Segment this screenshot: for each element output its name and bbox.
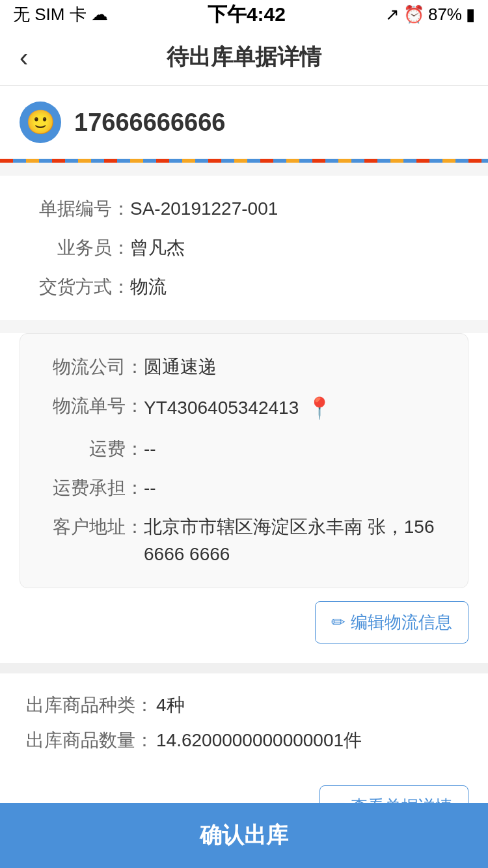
freight-label: 运费： bbox=[40, 435, 144, 463]
edit-btn-wrapper: ✏ 编辑物流信息 bbox=[0, 588, 488, 663]
nav-bar: ‹ 待出库单据详情 bbox=[0, 29, 488, 86]
address-value: 北京市市辖区海淀区永丰南 张，156 6666 6666 bbox=[144, 513, 448, 568]
avatar: 🙂 bbox=[20, 102, 61, 143]
edit-icon: ✏ bbox=[331, 612, 346, 632]
delivery-method-label: 交货方式： bbox=[26, 273, 130, 301]
doc-number-row: 单据编号： SA-20191227-001 bbox=[26, 195, 462, 223]
battery-level: 87% bbox=[428, 5, 462, 25]
salesperson-row: 业务员： 曾凡杰 bbox=[26, 234, 462, 262]
logistics-tracking-row: 物流单号： YT43064053424​13 📍 bbox=[40, 392, 448, 424]
goods-section: 出库商品种类： 4种 出库商品数量： 14.62000000000000​01件 bbox=[0, 673, 488, 772]
logistics-tracking-label: 物流单号： bbox=[40, 392, 144, 420]
location-pin-icon[interactable]: 📍 bbox=[306, 392, 332, 424]
doc-number-label: 单据编号： bbox=[26, 195, 130, 223]
doc-number-value: SA-20191227-001 bbox=[130, 195, 462, 223]
confirm-outbound-button[interactable]: 确认出库 bbox=[0, 803, 488, 868]
salesperson-label: 业务员： bbox=[26, 234, 130, 262]
alarm-icon: ⏰ bbox=[403, 5, 424, 25]
freight-row: 运费： -- bbox=[40, 435, 448, 463]
section-divider bbox=[0, 663, 488, 673]
goods-quantity-row: 出库商品数量： 14.62000000000000​01件 bbox=[26, 728, 462, 753]
status-bar-right: ↗ ⏰ 87% ▮ bbox=[385, 5, 475, 25]
avatar-icon: 🙂 bbox=[26, 109, 55, 136]
logistics-company-row: 物流公司： 圆通速递 bbox=[40, 353, 448, 381]
goods-quantity-value: 14.62000000000000​01件 bbox=[156, 728, 362, 753]
battery-icon: ▮ bbox=[466, 5, 475, 25]
freight-bearer-row: 运费承担： -- bbox=[40, 474, 448, 502]
goods-quantity-label: 出库商品数量： bbox=[26, 728, 156, 753]
logistics-tracking-value: YT43064053424​13 📍 bbox=[144, 392, 448, 424]
location-icon: ↗ bbox=[385, 5, 400, 25]
freight-value: -- bbox=[144, 435, 448, 463]
dashed-divider bbox=[0, 159, 488, 163]
logistics-card: 物流公司： 圆通速递 物流单号： YT43064053424​13 📍 运费： … bbox=[20, 333, 468, 588]
status-bar-left: 无 SIM 卡 ☁ bbox=[13, 3, 108, 26]
delivery-method-value: 物流 bbox=[130, 273, 462, 301]
page-title: 待出库单据详情 bbox=[167, 42, 321, 72]
document-info-section: 单据编号： SA-20191227-001 业务员： 曾凡杰 交货方式： 物流 bbox=[0, 176, 488, 320]
status-bar: 无 SIM 卡 ☁ 下午4:42 ↗ ⏰ 87% ▮ bbox=[0, 0, 488, 29]
delivery-method-row: 交货方式： 物流 bbox=[26, 273, 462, 301]
edit-logistics-button[interactable]: ✏ 编辑物流信息 bbox=[315, 601, 468, 644]
sim-status: 无 SIM 卡 ☁ bbox=[13, 3, 108, 26]
customer-header: 🙂 17666666666 bbox=[0, 86, 488, 159]
freight-bearer-value: -- bbox=[144, 474, 448, 502]
freight-bearer-label: 运费承担： bbox=[40, 474, 144, 502]
goods-types-row: 出库商品种类： 4种 bbox=[26, 693, 462, 718]
goods-types-label: 出库商品种类： bbox=[26, 693, 156, 718]
confirm-btn-label: 确认出库 bbox=[200, 821, 288, 850]
status-bar-time: 下午4:42 bbox=[208, 1, 286, 28]
address-row: 客户地址： 北京市市辖区海淀区永丰南 张，156 6666 6666 bbox=[40, 513, 448, 568]
logistics-company-label: 物流公司： bbox=[40, 353, 144, 381]
back-button[interactable]: ‹ bbox=[20, 44, 28, 70]
edit-btn-label: 编辑物流信息 bbox=[351, 611, 452, 634]
goods-types-value: 4种 bbox=[156, 693, 185, 718]
logistics-company-value: 圆通速递 bbox=[144, 353, 448, 381]
salesperson-value: 曾凡杰 bbox=[130, 234, 462, 262]
customer-phone: 17666666666 bbox=[74, 109, 225, 137]
address-label: 客户地址： bbox=[40, 513, 144, 541]
